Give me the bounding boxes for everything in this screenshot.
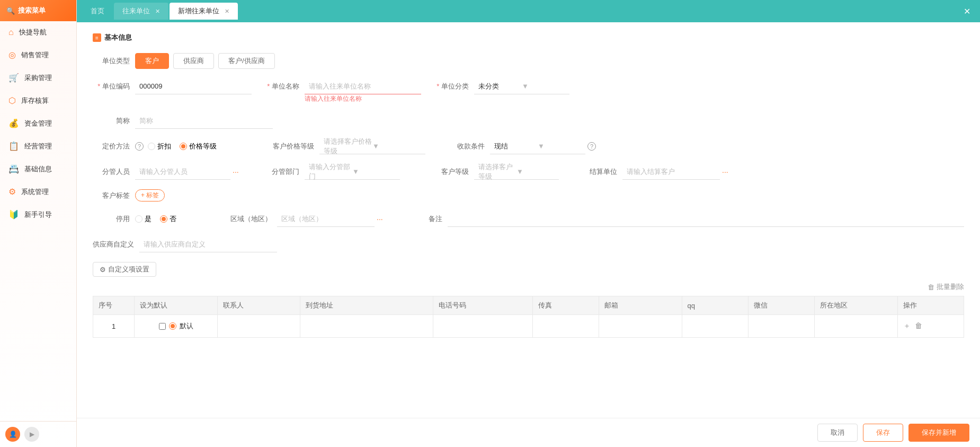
fax-input[interactable] — [538, 318, 593, 334]
contact-table: 序号 设为默认 联系人 到货地址 电话号码 传真 邮箱 qq 微信 所在地区 操… — [93, 296, 964, 338]
save-add-button[interactable]: 保存并新增 — [908, 424, 969, 442]
close-all-tabs-btn[interactable]: ✕ — [959, 6, 975, 16]
save-button[interactable]: 保存 — [863, 424, 903, 442]
address-input[interactable] — [306, 318, 427, 334]
pricing-level-radio[interactable] — [180, 143, 187, 150]
settlement-unit-input[interactable] — [622, 164, 720, 180]
sidebar-item-basic-info[interactable]: 📇 基础信息 — [0, 157, 76, 180]
type-both-btn[interactable]: 客户/供应商 — [218, 53, 275, 69]
supplier-custom-input[interactable] — [139, 236, 277, 252]
customer-price-level-placeholder: 请选择客户价格等级 — [324, 137, 372, 156]
qq-input[interactable] — [688, 318, 743, 334]
row-delete-btn[interactable]: 🗑 — [915, 321, 922, 331]
disabled-yes-option[interactable]: 是 — [135, 214, 152, 224]
cell-qq[interactable] — [682, 315, 748, 338]
disabled-no-radio-dot — [162, 217, 166, 221]
pricing-help-icon[interactable]: ? — [135, 142, 144, 151]
pricing-discount-option[interactable]: 折扣 — [148, 142, 171, 151]
unit-code-control — [135, 78, 252, 94]
sidebar-item-purchase[interactable]: 🛒 采购管理 — [0, 66, 76, 89]
region-input[interactable] — [277, 211, 375, 227]
tab-new-partner[interactable]: 新增往来单位 ✕ — [170, 3, 238, 20]
pricing-level-label: 价格等级 — [189, 142, 217, 151]
pricing-discount-label: 折扣 — [157, 142, 171, 151]
sidebar-item-guide[interactable]: 🔰 新手引导 — [0, 203, 76, 226]
abbr-control — [135, 113, 273, 129]
settlement-unit-more-btn[interactable]: ··· — [722, 168, 728, 176]
region-more-btn[interactable]: ··· — [377, 215, 383, 223]
sidebar-item-system[interactable]: ⚙ 系统管理 — [0, 180, 76, 203]
cell-address[interactable] — [300, 315, 433, 338]
pricing-discount-radio[interactable] — [148, 143, 155, 150]
manager-more-btn[interactable]: ··· — [233, 168, 239, 176]
remark-input[interactable] — [448, 211, 964, 227]
tab-partners-close[interactable]: ✕ — [155, 8, 160, 15]
cell-region[interactable] — [815, 315, 898, 338]
cell-phone[interactable] — [433, 315, 532, 338]
tab-home-label: 首页 — [91, 6, 104, 16]
unit-type-label: 单位类型 — [93, 56, 135, 66]
unit-name-input[interactable] — [305, 78, 421, 94]
add-tag-btn[interactable]: + 标签 — [135, 189, 165, 201]
abbr-input[interactable] — [135, 113, 273, 129]
sidebar-bottom: 👤 ▶ — [0, 421, 76, 447]
sidebar-item-quick-nav[interactable]: ⌂ 快捷导航 — [0, 21, 76, 43]
cell-fax[interactable] — [532, 315, 599, 338]
col-wechat: 微信 — [748, 296, 814, 315]
unit-type-row: 单位类型 客户 供应商 客户/供应商 — [93, 53, 964, 69]
tab-new-partner-close[interactable]: ✕ — [225, 8, 229, 15]
wechat-input[interactable] — [754, 318, 809, 334]
disabled-yes-radio[interactable] — [135, 215, 142, 223]
region-label: 区域（地区） — [230, 214, 277, 224]
custom-settings-btn[interactable]: ⚙ 自定义项设置 — [93, 262, 156, 277]
cancel-button[interactable]: 取消 — [817, 424, 858, 442]
table-body: 1 默认 — [93, 315, 964, 338]
search-menu-btn[interactable]: 🔍 搜索菜单 — [0, 0, 76, 21]
home-icon: ⌂ — [8, 28, 14, 37]
row-checkbox[interactable] — [159, 323, 166, 330]
unit-category-value: 未分类 — [478, 82, 522, 91]
payment-terms-select[interactable]: 现结 ▼ — [490, 138, 585, 154]
unit-category-select[interactable]: 未分类 ▼ — [474, 78, 569, 94]
contact-input[interactable] — [223, 318, 295, 334]
type-customer-btn[interactable]: 客户 — [135, 53, 169, 69]
sidebar-avatar-btn[interactable]: 👤 — [5, 427, 20, 442]
disabled-no-option[interactable]: 否 — [160, 214, 176, 224]
customer-price-level-select[interactable]: 请选择客户价格等级 ▼ — [319, 138, 425, 154]
cell-contact[interactable] — [217, 315, 300, 338]
system-icon: ⚙ — [8, 187, 16, 197]
phone-input[interactable] — [439, 318, 527, 334]
finance-icon: 💰 — [8, 118, 19, 128]
payment-terms-help-icon[interactable]: ? — [587, 142, 596, 151]
email-input[interactable] — [604, 318, 676, 334]
bottom-bar: 取消 保存 保存并新增 — [77, 418, 980, 447]
pricing-level-option[interactable]: 价格等级 — [180, 142, 217, 151]
batch-delete-label[interactable]: 批量删除 — [937, 282, 964, 292]
disabled-no-radio[interactable] — [160, 215, 167, 223]
sidebar-item-finance[interactable]: 💰 资金管理 — [0, 112, 76, 135]
cell-email[interactable] — [599, 315, 682, 338]
tab-home[interactable]: 首页 — [82, 3, 113, 20]
unit-code-input[interactable] — [135, 78, 252, 94]
cell-wechat[interactable] — [748, 315, 814, 338]
sidebar-item-operations[interactable]: 📋 经营管理 — [0, 135, 76, 157]
disabled-radio-group: 是 否 — [135, 214, 176, 224]
row-add-btn[interactable]: ＋ — [903, 321, 911, 331]
type-supplier-btn[interactable]: 供应商 — [173, 53, 214, 69]
batch-delete-area: 🗑 批量删除 — [93, 282, 964, 292]
sidebar-expand-btn[interactable]: ▶ — [24, 427, 39, 442]
department-label: 分管部门 — [262, 167, 305, 177]
default-radio[interactable] — [169, 322, 176, 330]
tab-partners[interactable]: 往来单位 ✕ — [114, 3, 168, 20]
row-region-input[interactable] — [820, 318, 892, 334]
sidebar-label: 库存核算 — [21, 96, 49, 106]
sidebar-item-inventory[interactable]: ⬡ 库存核算 — [0, 89, 76, 112]
sidebar-label: 系统管理 — [21, 187, 49, 197]
department-select[interactable]: 请输入分管部门 ▼ — [305, 164, 400, 180]
row-ops: ＋ 🗑 — [903, 321, 958, 331]
manager-input[interactable] — [135, 164, 230, 180]
disabled-no-label: 否 — [170, 214, 176, 224]
customer-level-select[interactable]: 请选择客户等级 ▼ — [474, 164, 559, 180]
sidebar-item-sales[interactable]: ◎ 销售管理 — [0, 43, 76, 66]
abbr-label: 简称 — [93, 116, 135, 126]
